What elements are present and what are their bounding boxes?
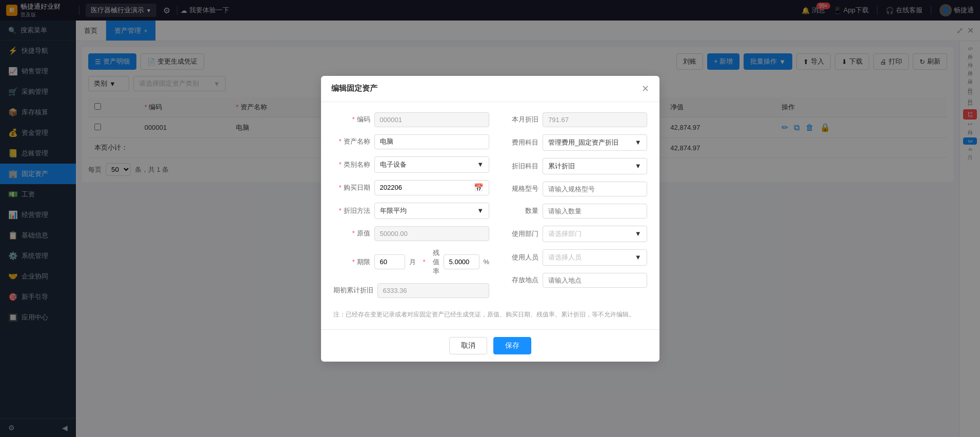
category-select-arrow-icon: ▼ (477, 161, 484, 168)
residual-rate-unit: % (484, 258, 490, 266)
original-value-input[interactable] (374, 226, 490, 241)
employee-arrow-icon: ▼ (635, 253, 642, 261)
cancel-button[interactable]: 取消 (449, 337, 487, 354)
original-value-label: * 原值 (333, 229, 370, 238)
edit-asset-modal: 编辑固定资产 ✕ * 编码 * 资产名称 (321, 76, 659, 362)
save-button[interactable]: 保存 (493, 337, 531, 354)
code-label: * 编码 (333, 115, 370, 124)
modal-overlay: 编辑固定资产 ✕ * 编码 * 资产名称 (0, 0, 980, 437)
modal-note: 注：已经存在变更记录或者对应固定资产已经生成凭证，原值、购买日期、残值率、累计折… (333, 305, 647, 319)
purchase-date-label: * 购买日期 (333, 183, 370, 192)
calendar-icon[interactable]: 📅 (474, 183, 484, 192)
expense-subject-arrow-icon: ▼ (635, 138, 642, 146)
spec-input[interactable] (543, 182, 647, 196)
expense-subject-select[interactable]: 管理费用_固定资产折旧 ▼ (543, 134, 647, 151)
employee-label: 使用人员 (502, 253, 538, 262)
depreciation-method-label: * 折旧方法 (333, 206, 370, 215)
initial-depreciation-input[interactable] (377, 283, 490, 298)
depreciation-subject-label: 折旧科目 (502, 162, 538, 171)
department-arrow-icon: ▼ (635, 230, 642, 237)
department-select[interactable]: 请选择部门 ▼ (543, 226, 647, 242)
residual-rate-input[interactable] (444, 254, 479, 269)
depreciation-method-arrow-icon: ▼ (477, 207, 484, 214)
modal-title: 编辑固定资产 (331, 84, 377, 93)
location-label: 存放地点 (502, 275, 538, 285)
quantity-input[interactable] (543, 204, 647, 218)
category-select[interactable]: 电子设备 ▼ (374, 156, 490, 173)
purchase-date-field[interactable] (380, 184, 474, 191)
expense-subject-label: 费用科目 (502, 138, 538, 147)
period-label: * 期限 (333, 257, 370, 267)
asset-name-label: * 资产名称 (333, 137, 370, 146)
modal-close-icon[interactable]: ✕ (642, 83, 649, 94)
category-label-modal: * 类别名称 (333, 160, 370, 169)
spec-label: 规格型号 (502, 184, 538, 193)
period-input[interactable] (374, 254, 405, 269)
department-label: 使用部门 (502, 229, 538, 239)
monthly-depreciation-input (543, 112, 647, 127)
code-input[interactable] (374, 112, 490, 127)
employee-select[interactable]: 请选择人员 ▼ (543, 249, 647, 266)
purchase-date-input[interactable]: 📅 (374, 180, 490, 195)
initial-depreciation-label: 期初累计折旧 (333, 286, 373, 295)
monthly-depreciation-label: 本月折旧 (502, 115, 538, 124)
asset-name-input[interactable] (374, 134, 490, 149)
residual-rate-label: 残值率 (433, 248, 439, 276)
depreciation-subject-select[interactable]: 累计折旧 ▼ (543, 158, 647, 174)
period-unit: 月 (409, 257, 416, 267)
depreciation-method-select[interactable]: 年限平均 ▼ (374, 203, 490, 219)
location-input[interactable] (543, 273, 647, 288)
depreciation-subject-arrow-icon: ▼ (635, 162, 642, 170)
quantity-label: 数量 (502, 206, 538, 215)
